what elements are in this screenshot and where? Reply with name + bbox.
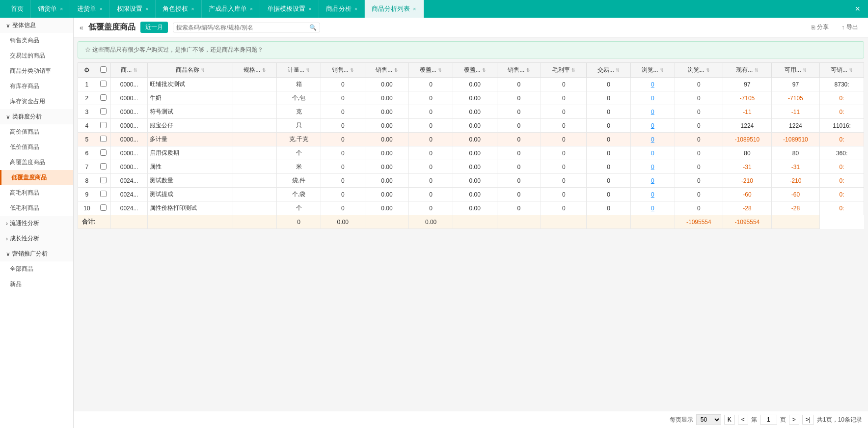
first-page-btn[interactable]: K [724, 415, 735, 425]
prev-page-btn[interactable]: < [738, 415, 748, 425]
col-unit[interactable]: 计量... ⇅ [277, 63, 321, 78]
row-unit: 个 [277, 201, 321, 215]
nav-purchase-order[interactable]: 进货单 × [70, 0, 109, 18]
row-checkbox[interactable] [100, 122, 107, 128]
last-page-btn[interactable]: >| [802, 415, 814, 425]
col-view2[interactable]: 浏览... ⇅ [675, 63, 723, 78]
col-current-stock[interactable]: 现有... ⇅ [723, 63, 772, 78]
col-trade[interactable]: 交易... ⇅ [587, 63, 631, 78]
row-checkbox[interactable] [100, 204, 107, 211]
row-view1[interactable]: 0 [630, 78, 675, 91]
col-coverage2[interactable]: 覆盖... ⇅ [453, 63, 497, 78]
sidebar-item-all-goods[interactable]: 全部商品 [0, 261, 73, 277]
nav-product-analysis-list[interactable]: 商品分析列表 × [365, 0, 423, 18]
sidebar-group-liquidity[interactable]: › 流通性分析 [0, 216, 73, 231]
nav-close-icon[interactable]: × [354, 6, 357, 12]
date-filter-button[interactable]: 近一月 [140, 22, 168, 33]
collapse-sidebar-btn[interactable]: « [80, 24, 83, 31]
col-sales3[interactable]: 销售... ⇅ [497, 63, 541, 78]
sidebar-item-high-coverage[interactable]: 高覆盖度商品 [0, 155, 73, 170]
row-checkbox[interactable] [100, 191, 107, 197]
nav-close-icon[interactable]: × [145, 6, 148, 12]
nav-role-auth[interactable]: 角色授权 × [156, 0, 201, 18]
row-checkbox[interactable] [100, 163, 107, 170]
sidebar-group-overall[interactable]: ∨ 整体信息 [0, 18, 73, 33]
row-view1[interactable]: 0 [630, 133, 675, 146]
col-available-stock[interactable]: 可用... ⇅ [771, 63, 820, 78]
share-button[interactable]: ⎘ 分享 [808, 22, 833, 33]
row-checkbox[interactable] [100, 149, 107, 156]
col-coverage1[interactable]: 覆盖... ⇅ [409, 63, 453, 78]
sidebar-item-traded-goods[interactable]: 交易过的商品 [0, 48, 73, 63]
search-icon[interactable]: 🔍 [309, 24, 317, 31]
col-name[interactable]: 商品名称 ⇅ [148, 63, 233, 78]
row-view1[interactable]: 0 [630, 105, 675, 119]
row-no: 9 [78, 188, 96, 201]
sidebar-item-low-value[interactable]: 低价值商品 [0, 140, 73, 155]
row-checkbox[interactable] [100, 108, 107, 114]
col-settings[interactable]: ⚙ [78, 63, 96, 78]
search-input[interactable] [176, 24, 309, 31]
row-view1[interactable]: 0 [630, 201, 675, 215]
nav-sales-order[interactable]: 销货单 × [31, 0, 70, 18]
row-unit: 克 [277, 105, 321, 119]
sidebar-item-high-value[interactable]: 高价值商品 [0, 124, 73, 140]
sidebar-group-cluster[interactable]: ∨ 类群度分析 [0, 109, 73, 124]
sidebar-item-low-coverage[interactable]: 低覆盖度商品 [0, 170, 73, 185]
row-checkbox[interactable] [100, 94, 107, 101]
sidebar-group-growth[interactable]: › 成长性分析 [0, 231, 73, 246]
row-view1[interactable]: 0 [630, 188, 675, 201]
row-coverage2: 0.00 [453, 78, 497, 91]
nav-product-analysis[interactable]: 商品分析 × [319, 0, 365, 18]
row-view1[interactable]: 0 [630, 160, 675, 174]
page-size-select[interactable]: 10 20 50 100 [696, 414, 721, 425]
sidebar-item-in-stock-goods[interactable]: 有库存商品 [0, 79, 73, 94]
row-sales3: 0 [497, 78, 541, 91]
table-container[interactable]: ⚙ 商... ⇅ 商品名称 ⇅ 规格... ⇅ 计量... ⇅ 销售... ⇅ … [78, 62, 864, 411]
row-view1[interactable]: 0 [630, 174, 675, 188]
nav-close-icon[interactable]: × [191, 6, 194, 12]
row-trade: 0 [587, 78, 631, 91]
sidebar-group-marketing[interactable]: ∨ 营销推广分析 [0, 246, 73, 261]
col-sellable[interactable]: 可销... ⇅ [820, 63, 864, 78]
sidebar-item-sales-goods[interactable]: 销售类商品 [0, 33, 73, 48]
nav-close-icon[interactable]: × [99, 6, 102, 12]
row-checkbox[interactable] [100, 81, 107, 87]
sidebar-item-category-turnover[interactable]: 商品分类动销率 [0, 63, 73, 79]
nav-doc-template[interactable]: 单据模板设置 × [260, 0, 319, 18]
col-sales-qty[interactable]: 销售... ⇅ [321, 63, 365, 78]
nav-close-icon[interactable]: × [413, 6, 416, 12]
nav-finished-goods[interactable]: 产成品入库单 × [202, 0, 260, 18]
col-spec[interactable]: 规格... ⇅ [233, 63, 277, 78]
row-view1[interactable]: 0 [630, 146, 675, 160]
col-view1[interactable]: 浏览... ⇅ [630, 63, 675, 78]
col-sales-amt[interactable]: 销售... ⇅ [365, 63, 409, 78]
nav-close-icon[interactable]: × [308, 6, 311, 12]
sidebar-item-stock-capital[interactable]: 库存资金占用 [0, 94, 73, 109]
nav-close-all[interactable]: × [851, 4, 864, 14]
export-button[interactable]: ↑ 导出 [838, 22, 862, 33]
nav-close-icon[interactable]: × [250, 6, 253, 12]
row-trade: 0 [587, 188, 631, 201]
row-coverage2: 0.00 [453, 146, 497, 160]
row-checkbox[interactable] [100, 136, 107, 142]
col-code[interactable]: 商... ⇅ [110, 63, 147, 78]
row-sales-qty: 0 [321, 188, 365, 201]
nav-home[interactable]: 首页 [4, 0, 31, 18]
next-page-btn[interactable]: > [789, 415, 799, 425]
sidebar-item-low-margin[interactable]: 低毛利商品 [0, 200, 73, 216]
row-coverage2: 0.00 [453, 201, 497, 215]
row-checkbox[interactable] [100, 177, 107, 183]
nav-permission-settings[interactable]: 权限设置 × [110, 0, 156, 18]
col-gross-rate[interactable]: 毛利率 ⇅ [541, 63, 587, 78]
page-number-input[interactable] [760, 415, 777, 425]
row-unit: 个 [277, 146, 321, 160]
sidebar-item-high-margin[interactable]: 高毛利商品 [0, 185, 73, 200]
select-all-checkbox[interactable] [100, 66, 107, 73]
row-name: 服宝公仔 [148, 119, 233, 133]
sidebar-item-new-goods[interactable]: 新品 [0, 277, 73, 292]
row-view1[interactable]: 0 [630, 91, 675, 105]
row-code: 0000... [110, 119, 147, 133]
row-view1[interactable]: 0 [630, 119, 675, 133]
nav-close-icon[interactable]: × [60, 6, 63, 12]
